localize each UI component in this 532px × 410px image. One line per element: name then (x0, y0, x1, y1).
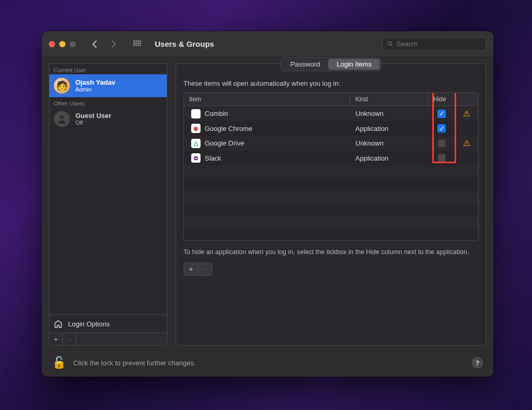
lock-text: Click the lock to prevent further change… (73, 359, 196, 367)
user-role: Off (75, 120, 111, 126)
remove-user-button[interactable]: － (63, 333, 76, 345)
login-options-button[interactable]: Login Options (49, 314, 167, 333)
sidebar-item-current-user[interactable]: 🧑 Ojash Yadav Admin (49, 74, 167, 97)
empty-row (184, 190, 478, 203)
sidebar-item-guest-user[interactable]: Guest User Off (49, 108, 167, 130)
table-row[interactable]: ⧉SlackApplication (184, 151, 478, 165)
other-users-heading: Other Users (49, 97, 167, 108)
col-warn (455, 97, 478, 102)
main-panel: Password Login Items These items will op… (176, 63, 486, 346)
item-name: Combin (205, 110, 228, 117)
search-input[interactable] (396, 40, 482, 48)
user-name: Guest User (75, 112, 111, 120)
item-name: Google Chrome (205, 125, 252, 133)
empty-row (184, 203, 478, 215)
tab-password[interactable]: Password (282, 59, 328, 70)
svg-line-13 (391, 45, 392, 46)
kind-cell: Unknown (350, 107, 428, 120)
warn-cell (455, 155, 478, 161)
col-item[interactable]: Item (184, 93, 350, 105)
svg-point-14 (60, 116, 64, 120)
sidebar-footer: ＋ － (49, 333, 167, 345)
app-icon: ◉ (191, 124, 201, 133)
item-cell: △Google Drive (184, 136, 350, 151)
hide-cell: ✓ (428, 122, 455, 135)
login-items-table: Item Kind Hide CombinUnknown✓⚠︎◉Google C… (183, 92, 478, 241)
titlebar: Users & Groups (42, 31, 494, 57)
help-button[interactable]: ? (472, 357, 483, 368)
item-cell: Combin (184, 107, 350, 121)
empty-row (184, 215, 478, 228)
hide-checkbox[interactable]: ✓ (437, 110, 446, 118)
window-title: Users & Groups (155, 39, 214, 48)
hide-checkbox[interactable] (437, 154, 446, 162)
hint-text: To hide an application when you log in, … (183, 248, 478, 257)
user-name: Ojash Yadav (75, 79, 115, 86)
table-row[interactable]: ◉Google ChromeApplication✓ (184, 121, 478, 136)
users-sidebar: Current User 🧑 Ojash Yadav Admin Other U… (49, 63, 167, 346)
svg-point-2 (138, 40, 139, 42)
warn-cell: ⚠︎ (455, 106, 478, 121)
show-all-button[interactable] (130, 38, 144, 50)
search-field[interactable] (382, 37, 486, 51)
user-role: Admin (75, 86, 115, 92)
table-body: CombinUnknown✓⚠︎◉Google ChromeApplicatio… (184, 106, 478, 165)
add-item-button[interactable]: ＋ (184, 263, 198, 275)
hide-checkbox[interactable]: ✓ (437, 124, 446, 133)
lock-icon[interactable]: 🔓 (52, 356, 66, 369)
hide-cell: ✓ (428, 107, 455, 121)
item-add-remove: ＋ － (183, 262, 212, 276)
kind-cell: Application (350, 152, 428, 165)
warn-cell: ⚠︎ (455, 136, 478, 151)
svg-point-0 (134, 40, 135, 42)
app-icon: ⧉ (191, 153, 201, 163)
hide-cell (428, 151, 455, 165)
hide-cell (428, 137, 455, 150)
svg-point-1 (136, 40, 137, 42)
close-button[interactable] (49, 41, 55, 47)
tab-login-items[interactable]: Login Items (328, 59, 380, 70)
col-hide[interactable]: Hide (428, 93, 455, 105)
svg-point-6 (138, 42, 139, 44)
preferences-window: Users & Groups Current User 🧑 Ojash Yada… (42, 31, 494, 377)
login-options-label: Login Options (68, 320, 110, 328)
back-button[interactable] (87, 38, 102, 50)
item-cell: ⧉Slack (184, 151, 350, 165)
app-icon (191, 109, 201, 118)
app-icon: △ (191, 139, 201, 148)
hide-checkbox[interactable] (437, 139, 446, 148)
table-row[interactable]: CombinUnknown✓⚠︎ (184, 106, 478, 121)
svg-point-7 (140, 42, 141, 44)
footer: 🔓 Click the lock to prevent further chan… (42, 351, 494, 377)
minimize-button[interactable] (59, 41, 65, 47)
intro-text: These items will open automatically when… (183, 80, 478, 87)
item-name: Google Drive (205, 139, 244, 147)
tab-bar: Password Login Items (281, 57, 381, 71)
avatar: 🧑 (54, 77, 70, 94)
warn-cell (455, 126, 478, 131)
empty-row (184, 165, 478, 178)
window-controls (49, 41, 76, 47)
empty-row (184, 228, 478, 240)
forward-button[interactable] (106, 38, 121, 50)
item-name: Slack (205, 154, 221, 162)
svg-point-11 (140, 44, 141, 46)
add-user-button[interactable]: ＋ (49, 333, 63, 345)
current-user-heading: Current User (49, 64, 167, 74)
table-header: Item Kind Hide (184, 93, 478, 106)
search-icon (387, 41, 393, 47)
kind-cell: Unknown (350, 137, 428, 150)
item-cell: ◉Google Chrome (184, 121, 350, 136)
svg-point-3 (140, 40, 141, 42)
content: Current User 🧑 Ojash Yadav Admin Other U… (42, 57, 494, 351)
kind-cell: Application (350, 122, 428, 135)
remove-item-button[interactable]: － (198, 263, 212, 275)
table-row[interactable]: △Google DriveUnknown⚠︎ (184, 136, 478, 151)
avatar (54, 111, 70, 127)
col-kind[interactable]: Kind (350, 93, 428, 105)
svg-point-9 (136, 44, 137, 46)
zoom-button[interactable] (70, 41, 76, 47)
svg-point-8 (134, 44, 135, 46)
empty-row (184, 178, 478, 190)
svg-point-10 (138, 44, 139, 46)
